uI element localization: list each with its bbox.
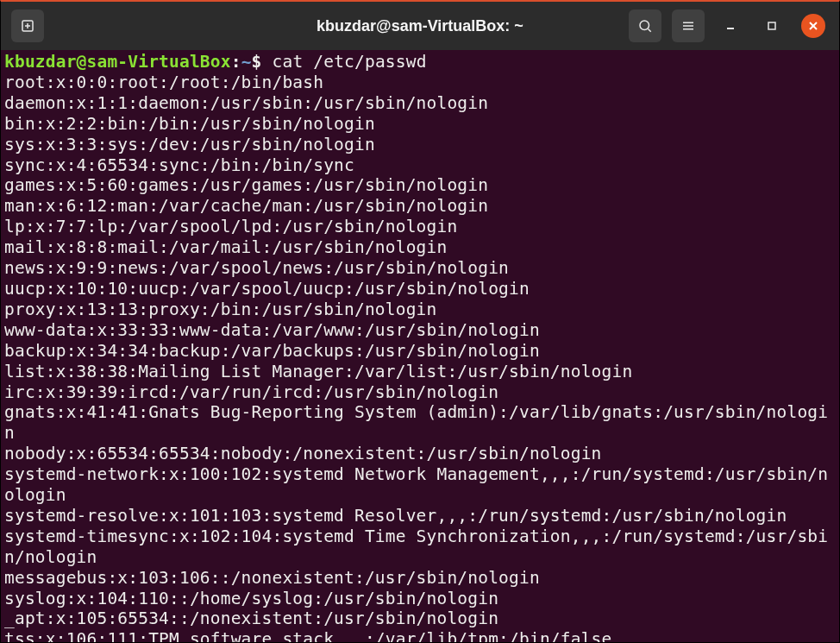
maximize-button[interactable] (760, 14, 784, 38)
new-tab-icon (20, 18, 35, 34)
maximize-icon (767, 21, 777, 31)
command-text: cat /etc/passwd (273, 52, 427, 72)
menu-button[interactable] (672, 9, 705, 42)
prompt-symbol: $ (252, 52, 262, 72)
close-icon (808, 21, 818, 31)
hamburger-icon (680, 18, 696, 34)
prompt-line: kbuzdar@sam-VirtualBox:~$ cat /etc/passw… (4, 52, 427, 72)
minimize-button[interactable] (718, 14, 743, 38)
svg-point-3 (640, 21, 649, 30)
terminal-area[interactable]: kbuzdar@sam-VirtualBox:~$ cat /etc/passw… (1, 50, 839, 643)
prompt-user-host: kbuzdar@sam-VirtualBox (4, 52, 231, 72)
prompt-separator: : (231, 52, 241, 72)
svg-line-4 (648, 28, 650, 31)
minimize-icon (725, 21, 736, 31)
search-button[interactable] (629, 9, 661, 42)
titlebar-right-controls (625, 9, 832, 42)
close-button[interactable] (801, 14, 825, 38)
window-titlebar: kbuzdar@sam-VirtualBox: ~ (1, 2, 839, 50)
svg-rect-9 (768, 22, 775, 29)
terminal-output: root:x:0:0:root:/root:/bin/bash daemon:x… (4, 72, 828, 643)
search-icon (637, 18, 653, 34)
prompt-path: ~ (241, 52, 252, 72)
new-tab-button[interactable] (11, 9, 44, 42)
